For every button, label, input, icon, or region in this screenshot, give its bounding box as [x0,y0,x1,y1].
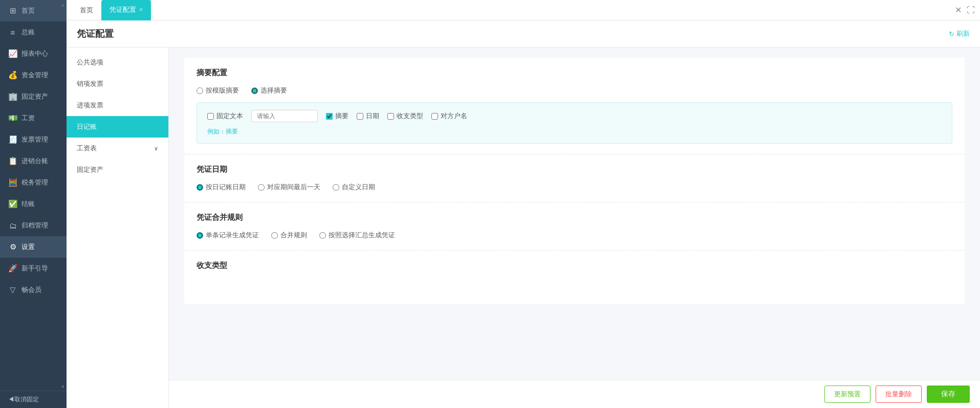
merge-radio-merge[interactable]: 合并规则 [271,231,307,240]
left-nav-journal[interactable]: 日记账 [67,116,168,138]
sidebar-item-invoice-mgmt[interactable]: 🧾 发票管理 [0,129,67,150]
left-nav-fixed-assets[interactable]: 固定资产 [67,159,168,180]
archive-icon: 🗂 [8,221,17,230]
checkbox-date[interactable]: 日期 [357,111,379,121]
batch-delete-button[interactable]: 批量删除 [876,386,922,403]
sidebar-scroll-up[interactable]: ▲ [60,2,66,8]
date-radio-custom[interactable]: 自定义日期 [333,183,375,192]
date-radio-group: 按日记账日期 对应期间最后一天 自定义日期 [197,183,952,192]
sidebar-item-home[interactable]: ⊞ 首页 [0,0,67,21]
tab-voucher-config[interactable]: 凭证配置 × [101,0,151,20]
funds-icon: 💰 [8,71,17,80]
content-area: 凭证配置 ↻ 刷新 公共选项 销项发票 进项发票 日记账 [67,20,980,408]
abstract-section: 摘要配置 按模版摘要 选择摘要 [184,58,965,154]
date-radio-journal[interactable]: 按日记账日期 [197,183,246,192]
abstract-checkbox[interactable] [326,113,333,120]
tax-icon: 🧮 [8,178,17,187]
abstract-select-radio[interactable] [251,87,258,94]
journal-date-radio[interactable] [197,184,203,191]
tab-home[interactable]: 首页 [72,0,101,20]
refresh-icon: ↻ [949,30,954,38]
merge-radio-summary[interactable]: 按照选择汇总生成凭证 [319,231,395,240]
reports-icon: 📈 [8,49,17,58]
sales-ledger-icon: 📋 [8,156,17,166]
main-area: 首页 凭证配置 × ✕ ⛶ 凭证配置 ↻ 刷新 公共选项 [67,0,980,408]
assets-icon: 🏢 [8,92,17,101]
left-nav-public[interactable]: 公共选项 [67,52,168,73]
custom-date-radio[interactable] [333,184,339,191]
all-sections: 摘要配置 按模版摘要 选择摘要 [184,58,965,304]
abstract-radio-template[interactable]: 按模版摘要 [197,86,239,95]
receipt-content-placeholder [197,279,952,294]
date-section: 凭证日期 按日记账日期 对应期间最后一天 [184,154,965,202]
left-nav-payroll-table[interactable]: 工资表 ∨ [67,138,168,159]
update-preview-button[interactable]: 更新预置 [824,386,870,403]
tab-bar-actions: ✕ ⛶ [955,5,975,15]
window-resize-button[interactable]: ⛶ [967,6,975,15]
right-content: 摘要配置 按模版摘要 选择摘要 [169,48,980,380]
receipt-section-title: 收支类型 [197,261,952,270]
sidebar-scroll-down[interactable]: ▼ [60,384,66,390]
merge-section-title: 凭证合并规则 [197,213,952,222]
sidebar-scroll-arrows: ▲ ▼ [59,0,67,392]
date-radio-last-day[interactable]: 对应期间最后一天 [258,183,320,192]
left-nav-sales-invoice[interactable]: 销项发票 [67,73,168,95]
fixed-text-checkbox[interactable] [207,113,214,120]
abstract-options-box: 固定文本 摘要 日期 [197,102,952,144]
page-header: 凭证配置 ↻ 刷新 [67,20,980,48]
sidebar-item-reports[interactable]: 📈 报表中心 [0,43,67,64]
checkbox-income-type[interactable]: 收支类型 [387,111,423,121]
chevron-down-icon: ∨ [154,145,158,152]
sidebar-item-vip[interactable]: ▽ 畅会员 [0,279,67,301]
invoice-icon: 🧾 [8,135,17,144]
abstract-template-radio[interactable] [197,87,203,94]
sidebar-item-ledger[interactable]: ≡ 总账 [0,21,67,43]
single-record-radio[interactable] [197,232,203,239]
abstract-radio-select[interactable]: 选择摘要 [251,86,287,95]
sidebar-item-funds[interactable]: 💰 资金管理 [0,64,67,86]
sidebar: ⊞ 首页 ≡ 总账 📈 报表中心 💰 资金管理 🏢 固定资产 💵 工资 🧾 发票… [0,0,67,408]
guide-icon: 🚀 [8,264,17,273]
ledger-icon: ≡ [8,28,17,37]
left-nav: 公共选项 销项发票 进项发票 日记账 工资表 ∨ 固定资产 [67,48,169,408]
page-title: 凭证配置 [77,28,114,40]
date-checkbox[interactable] [357,113,363,120]
home-icon: ⊞ [8,6,17,15]
vip-icon: ▽ [8,285,17,294]
checkbox-fixed-text[interactable]: 固定文本 [207,111,243,121]
payroll-icon: 💵 [8,114,17,123]
sidebar-item-guide[interactable]: 🚀 新手引导 [0,258,67,279]
sidebar-item-assets[interactable]: 🏢 固定资产 [0,86,67,107]
merge-rule-radio[interactable] [271,232,278,239]
income-type-checkbox[interactable] [387,113,394,120]
sidebar-pin-toggle[interactable]: ◀取消固定 [0,391,67,408]
summary-radio[interactable] [319,232,326,239]
body-layout: 公共选项 销项发票 进项发票 日记账 工资表 ∨ 固定资产 [67,48,980,408]
checkout-icon: ✅ [8,199,17,209]
sidebar-item-tax-mgmt[interactable]: 🧮 税务管理 [0,172,67,193]
tab-close-button[interactable]: × [139,0,143,20]
tab-bar: 首页 凭证配置 × ✕ ⛶ [67,0,980,20]
merge-section: 凭证合并规则 单条记录生成凭证 合并规则 [184,202,965,250]
sidebar-item-checkout[interactable]: ✅ 结账 [0,193,67,215]
sidebar-item-sales-ledger[interactable]: 📋 进销台账 [0,150,67,172]
merge-radio-single[interactable]: 单条记录生成凭证 [197,231,259,240]
sidebar-item-payroll[interactable]: 💵 工资 [0,107,67,129]
sidebar-item-settings[interactable]: ⚙ 设置 [0,236,67,258]
checkbox-abstract[interactable]: 摘要 [326,111,349,121]
window-close-button[interactable]: ✕ [955,5,962,15]
checkbox-counterpart[interactable]: 对方户名 [431,111,467,121]
merge-radio-group: 单条记录生成凭证 合并规则 按照选择汇总生成凭证 [197,231,952,240]
abstract-example: 例如：摘要 [207,127,942,136]
save-button[interactable]: 保存 [927,386,970,403]
refresh-button[interactable]: ↻ 刷新 [949,29,970,38]
abstract-section-title: 摘要配置 [197,68,952,78]
abstract-inner: 固定文本 摘要 日期 [207,110,942,122]
last-day-radio[interactable] [258,184,265,191]
settings-icon: ⚙ [8,242,17,252]
counterpart-checkbox[interactable] [431,113,438,120]
sidebar-item-archive[interactable]: 🗂 归档管理 [0,215,67,236]
left-nav-purchase-invoice[interactable]: 进项发票 [67,95,168,116]
right-wrapper: 摘要配置 按模版摘要 选择摘要 [169,48,980,408]
fixed-text-input[interactable] [251,110,318,122]
